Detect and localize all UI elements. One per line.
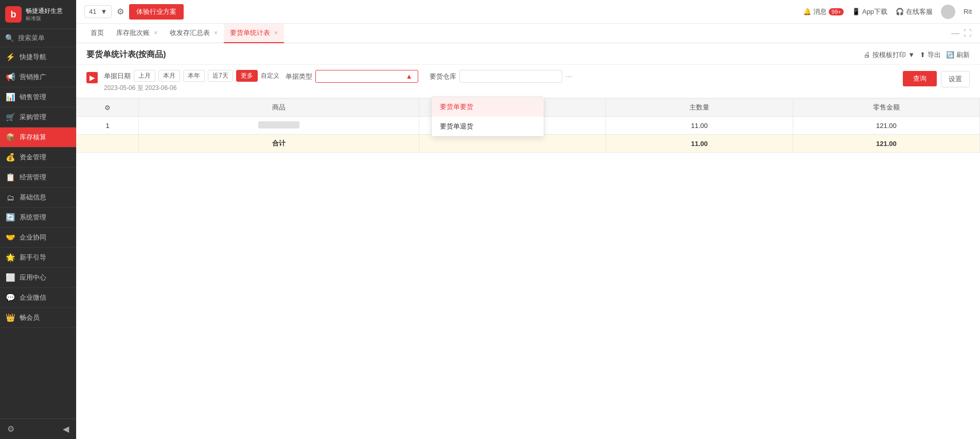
warehouse-label: 要货仓库: [430, 72, 456, 81]
corp-icon: 🤝: [5, 233, 15, 242]
page-container: 要货单统计表(按商品) 🖨 按模板打印 ▼ ⬆ 导出 🔃 刷新: [76, 43, 980, 439]
footer-label: 合计: [139, 135, 419, 153]
user-avatar[interactable]: [941, 5, 955, 19]
sidebar-item-wechat[interactable]: 💬 企业微信: [0, 288, 76, 308]
settings-footer-icon[interactable]: ⚙: [7, 424, 14, 434]
footer-amount: 121.00: [793, 135, 979, 153]
export-button[interactable]: ⬆ 导出: [920, 50, 941, 60]
purchase-icon: 🛒: [5, 113, 15, 122]
sidebar-menu: ⚡ 快捷导航 📢 营销推广 📊 销售管理 🛒 采购管理 📦 库存核算 💰 资金管…: [0, 47, 76, 418]
page-header: 要货单统计表(按商品) 🖨 按模板打印 ▼ ⬆ 导出 🔃 刷新: [76, 43, 980, 65]
tab-bar: 首页 库存批次账 × 收发存汇总表 × 要货单统计表 × — ⛶: [76, 24, 980, 43]
store-selector[interactable]: 41 ▼: [84, 5, 112, 18]
filter-type-select-container: ▲: [315, 70, 418, 83]
app-logo-icon: b: [5, 6, 22, 23]
tab-receivable-summary[interactable]: 收发存汇总表 ×: [164, 24, 224, 43]
print-chevron-icon: ▼: [908, 51, 915, 59]
query-button[interactable]: 查询: [903, 71, 937, 86]
wechat-icon: 💬: [5, 293, 15, 302]
dropdown-option-0[interactable]: 要货单要货: [432, 97, 544, 117]
topbar-gear-icon[interactable]: ⚙: [117, 7, 124, 16]
date-shortcut-this-year[interactable]: 本年: [183, 70, 205, 82]
trial-button[interactable]: 体验行业方案: [129, 4, 184, 20]
export-icon: ⬆: [920, 51, 925, 59]
filter-more-icon[interactable]: ···: [565, 72, 572, 81]
filter-settings-button[interactable]: 设置: [941, 71, 970, 87]
sidebar-item-marketing[interactable]: 📢 营销推广: [0, 67, 76, 87]
page-title: 要货单统计表(按商品): [86, 49, 166, 60]
tab-requisition-stats[interactable]: 要货单统计表 ×: [224, 24, 284, 43]
row-product: [139, 117, 419, 135]
sidebar-item-apps[interactable]: ⬜ 应用中心: [0, 268, 76, 288]
sidebar-item-basic[interactable]: 🗂 基础信息: [0, 188, 76, 208]
col-header-product: 商品: [139, 99, 419, 117]
bell-icon: 🔔: [803, 8, 811, 15]
sidebar-logo: b 畅捷通好生意 标准版: [0, 0, 76, 29]
filter-type-group: 单据类型 ▲: [286, 70, 418, 83]
row-amount: 121.00: [793, 117, 979, 135]
headset-icon: 🎧: [896, 8, 904, 15]
app-download-item[interactable]: 📱 App下载: [852, 7, 887, 16]
sidebar-item-finance[interactable]: 💰 资金管理: [0, 148, 76, 168]
quick-nav-icon: ⚡: [5, 52, 15, 62]
date-custom-label[interactable]: 自定义: [261, 71, 279, 80]
online-service-item[interactable]: 🎧 在线客服: [896, 7, 933, 16]
footer-qty: 11.00: [606, 135, 793, 153]
tab-inventory-batch[interactable]: 库存批次账 ×: [110, 24, 164, 43]
notification-badge: 99+: [829, 8, 844, 15]
filter-date-row: 单据日期 上月 本月 本年 近7天 更多 自定义: [104, 70, 279, 82]
date-shortcut-more[interactable]: 更多: [236, 70, 258, 82]
gear-icon: ⚙: [104, 104, 111, 112]
warehouse-input[interactable]: [459, 70, 562, 83]
chevron-down-icon: ▼: [100, 8, 107, 15]
tab-close-receivable-summary[interactable]: ×: [214, 29, 218, 36]
sidebar-item-guide[interactable]: 🌟 新手引导: [0, 248, 76, 268]
row-no: 1: [77, 117, 139, 135]
tab-close-requisition-stats[interactable]: ×: [274, 29, 278, 36]
filter-date-group: 单据日期 上月 本月 本年 近7天 更多 自定义 2023-05-06 至 20…: [104, 70, 279, 93]
product-placeholder: [258, 121, 299, 129]
filter-type-select[interactable]: ▲: [315, 70, 418, 83]
sidebar-item-operation[interactable]: 📋 经营管理: [0, 168, 76, 188]
date-shortcut-7days[interactable]: 近7天: [208, 70, 233, 82]
phone-icon: 📱: [852, 8, 860, 15]
dropdown-option-1[interactable]: 要货单退货: [432, 117, 544, 136]
tab-close-inventory-batch[interactable]: ×: [154, 29, 157, 36]
collapse-icon[interactable]: ◀: [63, 424, 69, 434]
maximize-window-icon[interactable]: ⛶: [964, 29, 972, 38]
basic-icon: 🗂: [5, 193, 15, 202]
filter-expand-button[interactable]: ▶: [86, 72, 98, 83]
sidebar-item-system[interactable]: 🔄 系统管理: [0, 208, 76, 228]
date-shortcut-this-month[interactable]: 本月: [158, 70, 180, 82]
type-label: 单据类型: [286, 72, 312, 81]
sidebar-item-purchase[interactable]: 🛒 采购管理: [0, 107, 76, 127]
tab-home[interactable]: 首页: [84, 24, 110, 43]
topbar-left: 41 ▼ ⚙ 体验行业方案: [84, 4, 184, 20]
filter-bar: ▶ 单据日期 上月 本月 本年 近7天 更多 自定义 2023-05-0: [76, 65, 980, 98]
main-area: 41 ▼ ⚙ 体验行业方案 🔔 消息 99+ 📱 App下载 🎧 在线客服 Ri…: [76, 0, 980, 439]
table-footer-row: 合计 11.00 121.00: [77, 135, 980, 153]
refresh-icon: 🔃: [946, 51, 954, 59]
topbar-right: 🔔 消息 99+ 📱 App下载 🎧 在线客服 Rit: [803, 5, 972, 19]
col-header-settings[interactable]: ⚙: [77, 99, 139, 117]
print-template-button[interactable]: 🖨 按模板打印 ▼: [864, 50, 915, 60]
sidebar-item-quick-nav[interactable]: ⚡ 快捷导航: [0, 47, 76, 67]
guide-icon: 🌟: [5, 253, 15, 262]
sidebar-item-corp[interactable]: 🤝 企业协同: [0, 228, 76, 248]
user-name: Rit: [964, 8, 972, 15]
system-icon: 🔄: [5, 213, 15, 222]
page-header-actions: 🖨 按模板打印 ▼ ⬆ 导出 🔃 刷新: [864, 50, 970, 60]
refresh-button[interactable]: 🔃 刷新: [946, 50, 970, 60]
notifications-item[interactable]: 🔔 消息 99+: [803, 7, 844, 16]
apps-icon: ⬜: [5, 273, 15, 282]
sidebar-item-inventory[interactable]: 📦 库存核算: [0, 127, 76, 148]
sidebar-item-sales[interactable]: 📊 销售管理: [0, 87, 76, 107]
type-dropdown: 要货单要货 要货单退货: [431, 97, 544, 137]
type-chevron-up-icon: ▲: [406, 72, 413, 80]
minimize-window-icon[interactable]: —: [951, 29, 959, 38]
member-icon: 👑: [5, 313, 15, 322]
sidebar-search[interactable]: 🔍 搜索菜单: [0, 29, 76, 47]
sidebar-item-member[interactable]: 👑 畅会员: [0, 308, 76, 328]
date-shortcut-last-month[interactable]: 上月: [134, 70, 155, 82]
filter-warehouse-group: 要货仓库 ···: [430, 70, 572, 83]
